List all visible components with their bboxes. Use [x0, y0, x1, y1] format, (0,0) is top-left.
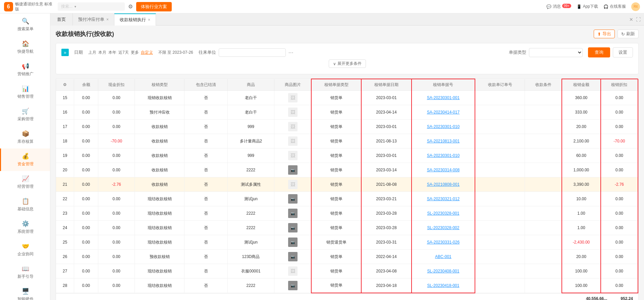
- td-voucher-type: 销货单: [311, 134, 361, 148]
- export-button[interactable]: ⬆ 导出: [594, 30, 615, 38]
- tab-receipt-cancel-close-icon[interactable]: ×: [148, 17, 150, 22]
- td-voucher-no[interactable]: SA-20210808-001: [412, 177, 475, 192]
- home-icon: 🏠: [22, 40, 29, 47]
- avatar[interactable]: Rit: [631, 2, 640, 11]
- tab-prepay-label: 预付冲应付单: [78, 16, 104, 23]
- table-row: 20 0.00 0.00 收款核销 否 2222 📷 销货单 2023-03-1…: [56, 163, 638, 177]
- partner-input[interactable]: [219, 48, 286, 57]
- sidebar-item-guide[interactable]: 📖 新手引导: [0, 261, 50, 284]
- expand-more-button[interactable]: ∨ 展开更多条件: [329, 59, 366, 68]
- sidebar-item-label: 基础信息: [17, 206, 34, 212]
- td-product: 2222: [227, 163, 274, 177]
- sidebar-item-sales[interactable]: 📊 销售管理: [0, 81, 50, 103]
- sidebar-item-collab[interactable]: 🤝 企业协同: [0, 239, 50, 261]
- th-cancel-discount: 核销折扣: [601, 79, 638, 91]
- td-voucher-no[interactable]: SL-20230418-001: [412, 278, 475, 293]
- td-id: 26: [56, 250, 74, 264]
- td-cash-discount: -2.76: [98, 177, 135, 192]
- table-footer: 40,556,66... 952.24: [56, 293, 638, 300]
- td-product: 2222: [227, 278, 274, 293]
- tab-receipt-cancel[interactable]: 收款核销执行 ×: [114, 13, 156, 26]
- date-this-year[interactable]: 本年: [108, 50, 116, 55]
- sidebar-item-search[interactable]: 🔍 搜索菜单: [0, 13, 50, 36]
- footer-cancel-discount: 952.24: [621, 296, 633, 300]
- sidebar-item-funds[interactable]: 💰 资金管理: [0, 148, 50, 171]
- td-product: 测试jun: [227, 192, 274, 206]
- td-receipt-order-no: [475, 264, 525, 278]
- td-cash-discount: 0.00: [98, 105, 135, 120]
- table-row: 17 0.00 0.00 收款核销 否 999 🖼 销货单 2023-03-01…: [56, 120, 638, 134]
- online-service-item[interactable]: 🎧 在线客服: [603, 4, 626, 9]
- date-custom[interactable]: 自定义: [141, 50, 153, 55]
- th-setting[interactable]: ⚙: [56, 79, 74, 91]
- product-image: 🖼: [288, 151, 298, 160]
- sidebar-item-hardware[interactable]: 🖥️ 智能硬件: [0, 284, 50, 300]
- purchase-icon: 🛒: [22, 108, 29, 115]
- td-balance: 0.00: [74, 177, 98, 192]
- message-item[interactable]: 💬 消息 99+: [546, 4, 571, 9]
- filter-voucher-group: 单据类型: [509, 48, 583, 57]
- date-last-7days[interactable]: 近7天: [118, 50, 129, 55]
- expand-window-icon[interactable]: ⛶: [636, 17, 641, 22]
- td-voucher-no[interactable]: SL-20230328-002: [412, 221, 475, 235]
- sidebar-item-quicknav[interactable]: 🏠 快捷导航: [0, 36, 50, 58]
- date-last-month[interactable]: 上月: [88, 50, 96, 55]
- td-voucher-no[interactable]: SA-20230414-017: [412, 105, 475, 120]
- sidebar-item-inventory[interactable]: 📦 库存核算: [0, 126, 50, 148]
- td-cancel-type: 现结收款核销: [135, 221, 184, 235]
- gear-icon[interactable]: ⚙: [128, 3, 133, 10]
- td-cancel-amount: 100.00: [562, 278, 601, 293]
- close-tab-icon[interactable]: ✕: [629, 17, 633, 22]
- voucher-type-select[interactable]: [529, 48, 583, 57]
- industry-solution-button[interactable]: 体验行业方案: [136, 2, 172, 11]
- td-receipt-order-no: [475, 148, 525, 163]
- query-button[interactable]: 查询: [588, 47, 610, 57]
- sidebar-item-label: 搜索菜单: [17, 26, 34, 32]
- tab-prepay[interactable]: 预付冲应付单 ×: [73, 13, 114, 26]
- top-search[interactable]: 搜索... ▾: [58, 2, 125, 11]
- sidebar-item-basic-info[interactable]: 📋 基础信息: [0, 194, 50, 216]
- app-download-item[interactable]: 📱 App下载: [577, 4, 598, 9]
- date-this-month[interactable]: 本月: [98, 50, 106, 55]
- refresh-button[interactable]: ↻ 刷新: [618, 30, 639, 38]
- td-voucher-no[interactable]: SA-20230301-010: [412, 120, 475, 134]
- td-voucher-no[interactable]: SA-20230331-026: [412, 235, 475, 250]
- td-voucher-no[interactable]: SA-20230301-001: [412, 91, 475, 105]
- td-balance: 0.00: [74, 264, 98, 278]
- product-image: 🖼: [288, 266, 298, 276]
- td-voucher-no[interactable]: SL-20230408-001: [412, 264, 475, 278]
- tab-home[interactable]: 首页: [50, 13, 73, 26]
- sidebar-item-system[interactable]: ⚙️ 系统管理: [0, 216, 50, 239]
- column-setting-icon[interactable]: ⚙: [63, 82, 67, 87]
- logo-text: 畅捷通谐好生意 标准版: [15, 2, 54, 11]
- td-include-cleared: 否: [184, 250, 228, 264]
- date-more[interactable]: 更多: [131, 50, 139, 55]
- product-image: 📷: [288, 209, 298, 218]
- td-balance: 0.00: [74, 105, 98, 120]
- settings-button[interactable]: 设置: [613, 47, 633, 57]
- sidebar-item-operations[interactable]: 📈 经营管理: [0, 171, 50, 194]
- td-voucher-no[interactable]: ABC-001: [412, 250, 475, 264]
- filter-expand-button[interactable]: »: [61, 49, 69, 56]
- td-voucher-date: 2023-03-31: [361, 235, 411, 250]
- partner-dots-icon[interactable]: ···: [288, 49, 293, 56]
- td-voucher-date: 2022-04-14: [361, 250, 411, 264]
- td-cancel-discount: -70.00: [601, 134, 638, 148]
- td-id: 22: [56, 192, 74, 206]
- td-balance: 0.00: [74, 206, 98, 221]
- td-voucher-no[interactable]: SL-20230328-001: [412, 206, 475, 221]
- td-voucher-date: 2023-04-14: [361, 105, 411, 120]
- td-balance: 0.00: [74, 235, 98, 250]
- sidebar-item-purchase[interactable]: 🛒 采购管理: [0, 103, 50, 126]
- td-voucher-type: 销货单: [311, 221, 361, 235]
- td-voucher-no[interactable]: SA-20230301-010: [412, 148, 475, 163]
- td-voucher-no[interactable]: SA-20230321-012: [412, 192, 475, 206]
- tab-prepay-close-icon[interactable]: ×: [106, 17, 109, 22]
- sidebar-item-label: 经营管理: [17, 184, 34, 189]
- sidebar-item-marketing[interactable]: 📢 营销推广: [0, 58, 50, 81]
- td-balance: 0.00: [74, 250, 98, 264]
- td-voucher-no[interactable]: SA-20210813-001: [412, 134, 475, 148]
- td-product: 999: [227, 148, 274, 163]
- product-image: 🖼: [288, 93, 298, 102]
- td-voucher-no[interactable]: SA-20230314-008: [412, 163, 475, 177]
